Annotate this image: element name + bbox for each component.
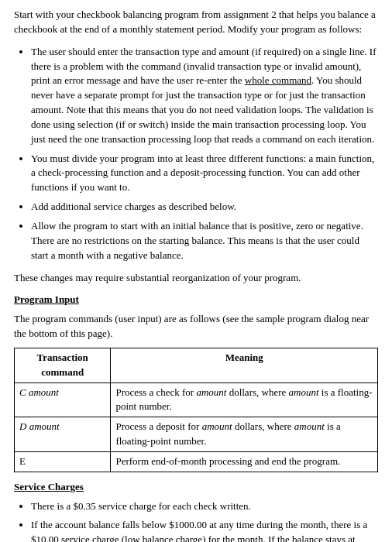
intro-paragraph: Start with your checkbook balancing prog… — [14, 8, 378, 37]
changes-paragraph: These changes may require substantial re… — [14, 271, 378, 286]
program-input-title: Program Input — [14, 293, 378, 307]
table-cell-meaning-c: Process a check for amount dollars, wher… — [111, 382, 378, 417]
table-cell-meaning-e: Perform end-of-month processing and end … — [111, 451, 378, 472]
table-cell-command-c: C amount — [15, 382, 111, 417]
program-input-paragraph: The program commands (user input) are as… — [14, 312, 378, 341]
service-charges-list: There is a $0.35 service charge for each… — [31, 499, 378, 542]
bullet-1-underline: whole command — [245, 74, 311, 86]
table-row: D amount Process a deposit for amount do… — [15, 417, 378, 452]
service-charge-item-1: There is a $0.35 service charge for each… — [31, 499, 378, 514]
table-header-command: Transaction command — [15, 348, 111, 382]
table-row: E Perform end-of-month processing and en… — [15, 451, 378, 472]
service-charge-item-2: If the account balance falls below $1000… — [31, 518, 378, 542]
bullet-item-3: Add additional service charges as descri… — [31, 200, 378, 214]
bullet-item-1: The user should enter the transaction ty… — [31, 45, 378, 147]
table-header-row: Transaction command Meaning — [15, 348, 378, 382]
table-cell-command-d: D amount — [15, 417, 111, 452]
service-charges-title: Service Charges — [14, 480, 378, 495]
transaction-table: Transaction command Meaning C amount Pro… — [14, 348, 378, 472]
bullet-item-4: Allow the program to start with an initi… — [31, 219, 378, 263]
table-row: C amount Process a check for amount doll… — [15, 382, 378, 417]
table-header-meaning: Meaning — [111, 348, 378, 382]
table-cell-meaning-d: Process a deposit for amount dollars, wh… — [111, 417, 378, 452]
bullet-item-2: You must divide your program into at lea… — [31, 152, 378, 196]
main-bullet-list: The user should enter the transaction ty… — [31, 45, 378, 263]
table-cell-command-e: E — [15, 451, 111, 472]
